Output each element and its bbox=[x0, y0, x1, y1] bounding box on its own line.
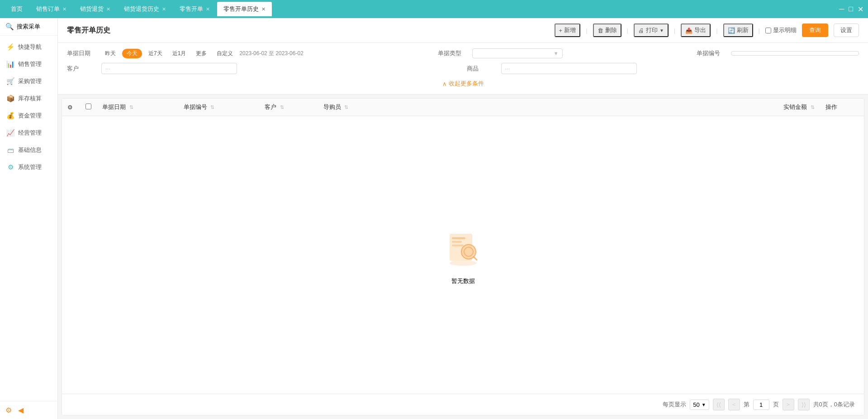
th-no[interactable]: 单据编号 ⇅ bbox=[178, 99, 260, 116]
delete-button[interactable]: 🗑 删除 bbox=[593, 24, 621, 37]
basic-info-icon: 🗃 bbox=[6, 146, 14, 154]
doc-no-input[interactable] bbox=[731, 51, 859, 56]
sidebar-item-inventory-label: 库存核算 bbox=[18, 94, 42, 103]
product-input[interactable]: ··· bbox=[501, 63, 637, 74]
salesperson-sort-icon: ⇅ bbox=[344, 104, 348, 110]
tab-retail-history[interactable]: 零售开单历史 ✕ bbox=[217, 2, 272, 16]
tab-sales-return-close[interactable]: ✕ bbox=[106, 6, 110, 12]
date-btn-1month[interactable]: 近1月 bbox=[169, 49, 190, 58]
sidebar-item-purchase-mgmt-label: 采购管理 bbox=[18, 77, 42, 85]
page-size-label: 每页显示 bbox=[663, 400, 686, 409]
query-button[interactable]: 查询 bbox=[802, 24, 828, 37]
sidebar-item-finance[interactable]: 💰 资金管理 bbox=[0, 107, 57, 124]
date-filter: 昨天 今天 近7天 近1月 更多 自定义 2023-06-02 至 2023-0… bbox=[101, 49, 304, 58]
page-prev-button[interactable]: ＜ bbox=[728, 399, 740, 410]
sidebar-item-sales-mgmt-label: 销售管理 bbox=[18, 60, 42, 68]
date-btn-more[interactable]: 更多 bbox=[192, 49, 210, 58]
tab-sales-return-history-label: 销货退货历史 bbox=[124, 5, 159, 13]
date-btn-yesterday[interactable]: 昨天 bbox=[101, 49, 119, 58]
date-range: 2023-06-02 至 2023-06-02 bbox=[239, 50, 303, 57]
operations-icon: 📈 bbox=[6, 129, 14, 137]
tab-sales-order[interactable]: 销售订单 ✕ bbox=[30, 2, 73, 16]
data-table: ⚙ 单据日期 ⇅ 单据编号 ⇅ bbox=[62, 99, 864, 116]
add-icon: + bbox=[559, 27, 563, 34]
sidebar-item-finance-label: 资金管理 bbox=[18, 112, 42, 120]
add-button[interactable]: + 新增 bbox=[555, 24, 581, 37]
select-all-checkbox[interactable] bbox=[85, 104, 91, 109]
sidebar-item-quick-nav[interactable]: ⚡ 快捷导航 bbox=[0, 38, 57, 56]
sidebar-item-operations-label: 经营管理 bbox=[18, 129, 42, 137]
sidebar-item-operations[interactable]: 📈 经营管理 bbox=[0, 124, 57, 141]
refresh-button[interactable]: 🔄 刷新 bbox=[723, 24, 753, 37]
page-next-button[interactable]: ＞ bbox=[783, 399, 794, 410]
sidebar-collapse-icon[interactable]: ◀ bbox=[18, 406, 24, 414]
th-salesperson[interactable]: 导购员 ⇅ bbox=[318, 99, 388, 116]
sidebar-settings-icon[interactable]: ⚙ bbox=[5, 406, 12, 414]
total-info: 共0页，0条记录 bbox=[813, 400, 855, 409]
page-input[interactable] bbox=[753, 400, 769, 410]
display-detail-checkbox[interactable]: 显示明细 bbox=[765, 26, 797, 34]
th-customer[interactable]: 客户 ⇅ bbox=[259, 99, 318, 116]
export-icon: 📤 bbox=[685, 27, 693, 34]
page-first-button[interactable]: ⟨⟨ bbox=[713, 399, 725, 410]
th-amount[interactable]: 实销金额 ⇅ bbox=[739, 99, 820, 116]
separator-2: | bbox=[627, 27, 628, 34]
tab-sales-return-history-close[interactable]: ✕ bbox=[162, 6, 166, 12]
product-label: 商品 bbox=[467, 65, 494, 73]
customer-input[interactable]: ··· bbox=[101, 63, 237, 74]
sidebar-item-purchase-mgmt[interactable]: 🛒 采购管理 bbox=[0, 73, 57, 90]
tab-retail-open-close[interactable]: ✕ bbox=[206, 6, 210, 12]
filter-row-1: 单据日期 昨天 今天 近7天 近1月 更多 自定义 2023-06-02 至 2… bbox=[67, 48, 859, 58]
no-sort-icon: ⇅ bbox=[210, 104, 214, 110]
table-header-row: ⚙ 单据日期 ⇅ 单据编号 ⇅ bbox=[62, 99, 864, 116]
tab-retail-open[interactable]: 零售开单 ✕ bbox=[173, 2, 216, 16]
tab-sales-order-close[interactable]: ✕ bbox=[62, 6, 66, 12]
amount-sort-icon: ⇅ bbox=[811, 104, 815, 110]
doc-no-label: 单据编号 bbox=[697, 49, 724, 57]
table-area: ⚙ 单据日期 ⇅ 单据编号 ⇅ bbox=[62, 98, 864, 415]
window-close[interactable]: ✕ bbox=[858, 5, 863, 14]
quick-nav-icon: ⚡ bbox=[6, 43, 14, 51]
doc-type-label: 单据类型 bbox=[438, 49, 465, 57]
page-header: 零售开单历史 + 新增 | 🗑 删除 | 🖨 打印 ▼ | 📤 导出 bbox=[58, 18, 868, 43]
page-size-select[interactable]: 50 ▼ bbox=[690, 400, 709, 410]
empty-text: 暂无数据 bbox=[451, 277, 475, 285]
date-btn-custom[interactable]: 自定义 bbox=[213, 49, 237, 58]
export-button[interactable]: 📤 导出 bbox=[681, 24, 711, 37]
filter-area: 单据日期 昨天 今天 近7天 近1月 更多 自定义 2023-06-02 至 2… bbox=[58, 43, 868, 94]
tab-retail-open-label: 零售开单 bbox=[180, 5, 203, 13]
page-last-button[interactable]: ⟩⟩ bbox=[798, 399, 810, 410]
collapse-up-icon: ∧ bbox=[442, 80, 447, 87]
page-title: 零售开单历史 bbox=[67, 26, 110, 35]
page-size-chevron-icon: ▼ bbox=[702, 402, 706, 407]
sidebar-item-system[interactable]: ⚙ 系统管理 bbox=[0, 159, 57, 176]
th-date[interactable]: 单据日期 ⇅ bbox=[97, 99, 178, 116]
date-btn-today[interactable]: 今天 bbox=[122, 49, 142, 58]
sidebar-search[interactable]: 🔍 搜索采单 bbox=[0, 18, 57, 36]
print-button[interactable]: 🖨 打印 ▼ bbox=[634, 24, 669, 37]
sidebar-item-inventory[interactable]: 📦 库存核算 bbox=[0, 90, 57, 107]
settings-button[interactable]: 设置 bbox=[834, 24, 859, 37]
date-btn-7days[interactable]: 近7天 bbox=[145, 49, 166, 58]
separator-3: | bbox=[674, 27, 675, 34]
tab-retail-history-close[interactable]: ✕ bbox=[261, 6, 266, 12]
customer-dots: ··· bbox=[105, 65, 110, 72]
th-action: 操作 bbox=[820, 99, 864, 116]
delete-icon: 🗑 bbox=[598, 27, 603, 34]
purchase-mgmt-icon: 🛒 bbox=[6, 77, 14, 85]
doc-type-select[interactable]: ▼ bbox=[472, 48, 563, 58]
sidebar-item-quick-nav-label: 快捷导航 bbox=[18, 43, 42, 51]
svg-rect-2 bbox=[452, 237, 465, 239]
window-maximize[interactable]: □ bbox=[849, 5, 853, 13]
window-minimize[interactable]: ─ bbox=[839, 5, 844, 13]
display-detail-check[interactable] bbox=[765, 28, 771, 33]
sidebar-item-sales-mgmt[interactable]: 📊 销售管理 bbox=[0, 56, 57, 73]
table-settings-icon[interactable]: ⚙ bbox=[67, 104, 73, 111]
tab-sales-return[interactable]: 销货退货 ✕ bbox=[74, 2, 117, 16]
collapse-row[interactable]: ∧ 收起更多条件 bbox=[67, 79, 859, 89]
tab-home[interactable]: 首页 bbox=[5, 2, 29, 16]
sidebar-search-label: 搜索采单 bbox=[17, 23, 40, 31]
tab-sales-return-history[interactable]: 销货退货历史 ✕ bbox=[118, 2, 172, 16]
svg-line-7 bbox=[474, 257, 477, 260]
sidebar-item-basic-info[interactable]: 🗃 基础信息 bbox=[0, 141, 57, 159]
